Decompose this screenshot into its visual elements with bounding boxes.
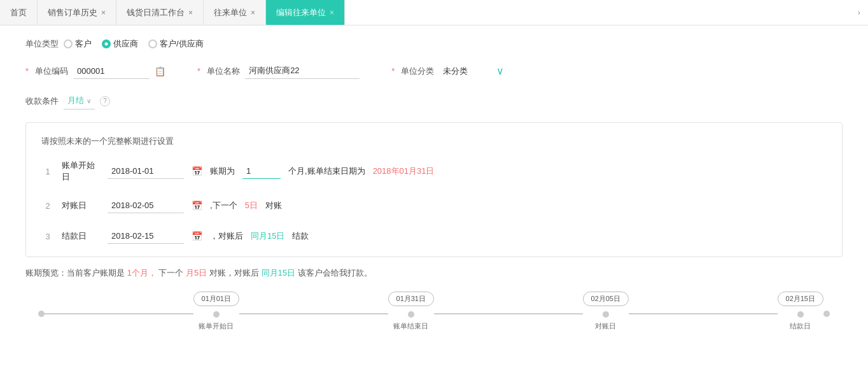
close-icon-sales[interactable]: × <box>101 8 106 17</box>
tl-bubble-2: 01月31日 <box>388 292 434 306</box>
preview-part1: 1个月， <box>127 268 157 278</box>
tab-sales-history-label: 销售订单历史 <box>48 7 97 18</box>
main-content: 单位类型 客户 供应商 客户/供应商 * 单位编码 <box>0 25 868 387</box>
tab-partner-label: 往来单位 <box>214 7 247 18</box>
payment-terms-row: 收款条件 月结 ∨ ? <box>25 92 843 109</box>
reconcile-date-input[interactable] <box>108 198 184 213</box>
tl-dot-3 <box>603 311 609 318</box>
tl-line-3 <box>434 313 583 314</box>
timeline-dot-start <box>38 311 45 317</box>
radio-group-unit-type: 客户 供应商 客户/供应商 <box>64 38 204 50</box>
timeline-point-1 <box>45 292 193 314</box>
tab-edit-partner[interactable]: 编辑往来单位 × <box>266 0 345 25</box>
tab-expand-button[interactable]: › <box>850 0 868 25</box>
tab-sales-history[interactable]: 销售订单历史 × <box>38 0 116 25</box>
payment-terms-select[interactable]: 月结 ∨ <box>64 92 95 109</box>
preview-part4: 对账，对账后 <box>209 268 259 278</box>
tl-caption-2: 账单结束日 <box>393 321 428 331</box>
period-box-title: 请按照未来的一个完整帐期进行设置 <box>41 136 827 147</box>
settle-text2: 结款 <box>292 230 309 242</box>
tl-line-2 <box>239 313 388 314</box>
period-value-input[interactable] <box>242 164 281 179</box>
radio-customer-label: 客户 <box>75 38 92 50</box>
unit-type-row: 单位类型 客户 供应商 客户/供应商 <box>25 38 843 50</box>
tl-line-4 <box>629 313 778 314</box>
unit-category-group: * 单位分类 未分类 ∨ <box>391 62 508 80</box>
timeline-p3: 02月05日 对账日 <box>583 292 629 331</box>
preview-part3: 月5日 <box>186 268 207 278</box>
row-num-3: 3 <box>41 232 54 241</box>
radio-supplier[interactable]: 供应商 <box>102 38 138 50</box>
unit-code-input[interactable] <box>73 64 150 79</box>
reconcile-highlight: 5日 <box>245 200 258 211</box>
tab-cash-work-label: 钱货日清工作台 <box>127 7 185 18</box>
radio-both-label: 客户/供应商 <box>160 38 204 50</box>
radio-circle-both <box>148 39 157 48</box>
timeline-end-dot <box>823 311 830 317</box>
preview-part2: 下一个 <box>158 268 183 278</box>
radio-supplier-label: 供应商 <box>113 38 138 50</box>
preview-section: 账期预览：当前客户账期是 1个月， 下一个 月5日 对账，对账后 同月15日 该… <box>25 267 843 279</box>
close-icon-cash[interactable]: × <box>188 8 193 17</box>
tl-caption-1: 账单开始日 <box>199 321 234 331</box>
period-row-2: 2 对账日 📅 ,下一个 5日 对账 <box>41 198 827 213</box>
timeline-start-dot <box>38 311 45 317</box>
calendar-icon-3[interactable]: 📅 <box>192 231 202 241</box>
help-icon[interactable]: ? <box>100 96 110 106</box>
period-label: 账期为 <box>210 165 235 177</box>
settle-date-input[interactable] <box>108 229 184 244</box>
timeline: 01月01日 账单开始日 01月31日 账单结束日 02月05日 对账日 02月… <box>25 292 843 331</box>
required-star-code: * <box>25 66 29 76</box>
tab-home-label: 首页 <box>10 7 27 18</box>
unit-info-row: * 单位编码 📋 * 单位名称 * 单位分类 未分类 ∨ <box>25 62 843 80</box>
chevron-down-payment: ∨ <box>87 97 91 104</box>
payment-terms-label: 收款条件 <box>25 95 59 107</box>
radio-both[interactable]: 客户/供应商 <box>148 38 204 50</box>
tab-cash-work[interactable]: 钱货日清工作台 × <box>116 0 204 25</box>
start-date-input[interactable] <box>108 164 184 179</box>
row-label-2: 对账日 <box>62 200 100 211</box>
chevron-right-icon: › <box>858 8 860 17</box>
tl-dot-2 <box>408 311 414 318</box>
settle-highlight: 同月15日 <box>251 230 284 242</box>
tab-bar: 首页 销售订单历史 × 钱货日清工作台 × 往来单位 × 编辑往来单位 × › <box>0 0 868 25</box>
radio-customer[interactable]: 客户 <box>64 38 92 50</box>
row-num-2: 2 <box>41 201 54 211</box>
required-star-name: * <box>197 66 200 76</box>
tl-bubble-4: 02月15日 <box>778 292 823 306</box>
calendar-icon-2[interactable]: 📅 <box>192 201 202 211</box>
reconcile-text2: 对账 <box>265 200 282 211</box>
tab-partner[interactable]: 往来单位 × <box>204 0 266 25</box>
radio-circle-customer <box>64 39 73 48</box>
unit-type-group: 单位类型 客户 供应商 客户/供应商 <box>25 38 204 50</box>
row-label-3: 结款日 <box>62 230 100 242</box>
tl-dot-1 <box>213 311 220 318</box>
chevron-down-icon: ∨ <box>496 65 504 77</box>
close-icon-partner[interactable]: × <box>251 8 255 17</box>
timeline-p4: 02月15日 结款日 <box>778 292 823 331</box>
copy-icon[interactable]: 📋 <box>155 66 165 76</box>
unit-category-label: 单位分类 <box>401 66 434 77</box>
period-row-3: 3 结款日 📅 ，对账后 同月15日 结款 <box>41 229 827 244</box>
unit-code-label: 单位编码 <box>35 66 68 77</box>
unit-name-input[interactable] <box>245 64 360 79</box>
payment-terms-value: 月结 <box>67 95 84 106</box>
period-row-1: 1 账单开始日 📅 账期为 个月,账单结束日期为 2018年01月31日 <box>41 160 827 183</box>
preview-part6: 该客户会给我打款。 <box>298 268 372 278</box>
calendar-icon-1[interactable]: 📅 <box>192 166 202 176</box>
tl-bubble-3: 02月05日 <box>583 292 629 306</box>
unit-code-group: * 单位编码 📋 <box>25 64 165 79</box>
tl-line-1 <box>45 313 193 314</box>
unit-category-value: 未分类 <box>443 66 494 77</box>
tab-edit-partner-label: 编辑往来单位 <box>276 7 326 18</box>
unit-type-label: 单位类型 <box>25 38 59 50</box>
tab-home[interactable]: 首页 <box>0 0 38 25</box>
preview-part5: 同月15日 <box>262 268 295 278</box>
close-icon-edit-partner[interactable]: × <box>330 8 334 17</box>
tl-bubble-1: 01月01日 <box>193 292 239 306</box>
period-box: 请按照未来的一个完整帐期进行设置 1 账单开始日 📅 账期为 个月,账单结束日期… <box>25 122 843 257</box>
unit-category-select[interactable]: 未分类 ∨ <box>439 62 508 80</box>
tl-caption-3: 对账日 <box>595 321 616 331</box>
tl-caption-4: 结款日 <box>790 321 811 331</box>
tl-dot-4 <box>797 311 804 318</box>
